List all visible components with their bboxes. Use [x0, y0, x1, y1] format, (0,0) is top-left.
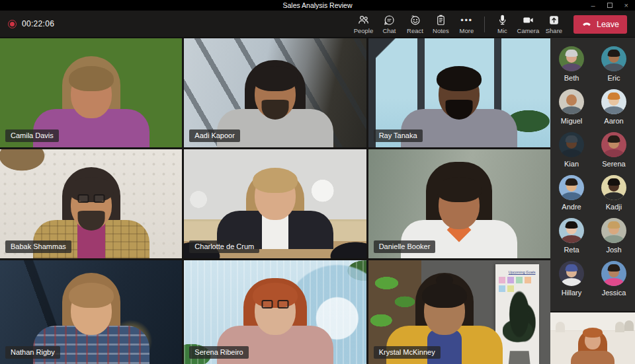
video-grid: Camila Davis Aadi Kapoor Ray Tanaka Baba…: [0, 38, 550, 364]
react-button[interactable]: React: [402, 11, 428, 38]
avatar: [559, 132, 584, 157]
participant-name-label: Aadi Kapoor: [189, 129, 240, 142]
camera-icon: [522, 14, 534, 26]
participant-name-label: Charlotte de Crum: [189, 240, 259, 253]
video-tile-babak-shammas[interactable]: Babak Shammas: [0, 149, 182, 258]
video-tile-nathan-rigby[interactable]: Nathan Rigby: [0, 260, 182, 364]
mic-button[interactable]: Mic: [489, 11, 515, 38]
video-tile-serena-ribeiro[interactable]: Serena Ribeiro: [184, 260, 366, 364]
participant-name-label: Nathan Rigby: [5, 346, 60, 359]
more-button[interactable]: ••• More: [454, 11, 480, 38]
avatar: [559, 261, 584, 286]
meeting-toolbar: 00:22:06 People Chat React Notes ••• Mor…: [0, 11, 635, 38]
more-icon: •••: [460, 14, 472, 26]
react-icon: [409, 14, 421, 26]
more-label: More: [460, 27, 474, 34]
sidebar-participant-andre[interactable]: Andre: [550, 175, 593, 211]
self-video-figure: [563, 322, 622, 364]
mic-icon: [496, 14, 509, 26]
chat-icon: [383, 14, 396, 26]
leave-button[interactable]: Leave: [573, 15, 627, 34]
self-view-video[interactable]: [550, 311, 635, 364]
notes-icon: [435, 14, 447, 26]
video-tile-ray-tanaka[interactable]: Ray Tanaka: [368, 38, 550, 147]
recording-indicator: 00:22:06: [8, 19, 54, 28]
avatar: [601, 218, 626, 243]
share-icon: [548, 14, 560, 26]
glasses: [77, 194, 105, 203]
participant-name-label: Babak Shammas: [5, 240, 71, 253]
maximize-icon[interactable]: [607, 0, 613, 11]
video-tile-danielle-booker[interactable]: Danielle Booker: [368, 149, 550, 258]
sidebar-participant-reta[interactable]: Reta: [550, 218, 593, 254]
people-button[interactable]: People: [351, 11, 376, 38]
participant-name-label: Camila Davis: [5, 129, 59, 142]
meeting-timer: 00:22:06: [22, 19, 54, 28]
window-titlebar: Sales Analysis Review – ×: [0, 0, 635, 11]
sidebar-participant-miguel[interactable]: Miguel: [550, 89, 593, 125]
participant-name-label: Serena Ribeiro: [189, 346, 248, 359]
people-label: People: [354, 27, 374, 34]
sidebar-participant-kadji[interactable]: Kadji: [593, 175, 635, 211]
sidebar-participant-serena[interactable]: Serena: [593, 132, 635, 168]
sidebar-participant-kian[interactable]: Kian: [550, 132, 593, 168]
notes-label: Notes: [433, 27, 449, 34]
react-label: React: [407, 27, 423, 34]
participant-name-label: Danielle Booker: [374, 240, 436, 253]
sidebar-participant-beth[interactable]: Beth: [550, 46, 593, 82]
avatar: [601, 261, 626, 286]
sidebar-participant-jessica[interactable]: Jessica: [593, 261, 635, 297]
participant-video: [209, 150, 341, 249]
hangup-icon: [581, 18, 592, 30]
toolbar-divider: [484, 17, 485, 32]
record-icon: [8, 20, 17, 28]
avatar: [559, 218, 584, 243]
chat-label: Chat: [382, 27, 396, 34]
minimize-icon[interactable]: –: [591, 0, 595, 11]
people-icon: [357, 14, 370, 26]
sidebar-participant-josh[interactable]: Josh: [593, 218, 635, 254]
share-button[interactable]: Share: [541, 11, 567, 38]
avatar: [559, 175, 584, 200]
sidebar-participant-eric[interactable]: Eric: [593, 46, 635, 82]
avatar: [559, 46, 584, 71]
video-tile-aadi-kapoor[interactable]: Aadi Kapoor: [184, 38, 366, 147]
mic-label: Mic: [497, 27, 507, 34]
sidebar-participant-aaron[interactable]: Aaron: [593, 89, 635, 125]
camera-button[interactable]: Camera: [515, 11, 541, 38]
camera-label: Camera: [517, 27, 540, 34]
leave-label: Leave: [597, 20, 619, 29]
participants-sidebar: Beth Eric Miguel Aaron Kian Serena: [550, 38, 635, 364]
video-tile-camila-davis[interactable]: Camila Davis: [0, 38, 182, 147]
avatar: [601, 132, 626, 157]
share-label: Share: [546, 27, 562, 34]
sidebar-participant-hillary[interactable]: Hillary: [550, 261, 593, 297]
video-tile-charlotte-de-crum[interactable]: Charlotte de Crum: [184, 149, 366, 258]
close-icon[interactable]: ×: [624, 0, 628, 11]
glasses: [261, 300, 288, 309]
avatar: [601, 175, 626, 200]
video-tile-krystal-mckinney[interactable]: Upcoming Goals Krystal McKinney: [368, 260, 550, 364]
chat-button[interactable]: Chat: [376, 11, 402, 38]
window-title: Sales Analysis Review: [0, 1, 635, 9]
notes-button[interactable]: Notes: [428, 11, 454, 38]
avatar: [601, 46, 626, 71]
participant-list: Beth Eric Miguel Aaron Kian Serena: [550, 38, 635, 311]
participant-name-label: Krystal McKinney: [374, 346, 441, 359]
avatar: [559, 89, 584, 114]
avatar: [601, 89, 626, 114]
participant-name-label: Ray Tanaka: [374, 129, 423, 142]
